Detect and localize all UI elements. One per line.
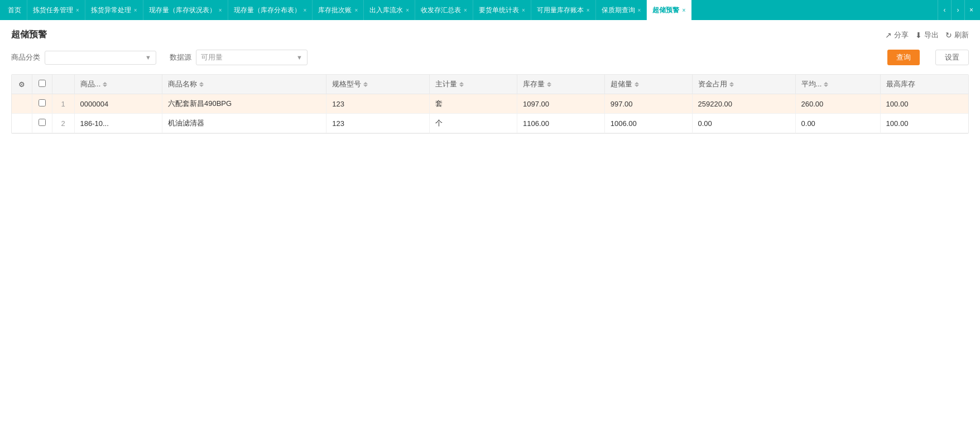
row-avg: 260.00 — [795, 94, 880, 114]
close-icon[interactable]: × — [304, 7, 307, 13]
share-icon: ↗ — [885, 31, 892, 40]
row-overstock: 997.00 — [604, 94, 692, 114]
share-button[interactable]: ↗ 分享 — [885, 30, 909, 40]
close-icon[interactable]: × — [406, 7, 409, 13]
nav-arrows: ‹ › × — [938, 0, 978, 20]
nav-tab-inout-flow[interactable]: 出入库流水 × — [364, 0, 415, 20]
nav-tab-order-stats[interactable]: 要货单统计表 × — [473, 0, 531, 20]
settings-button[interactable]: 设置 — [935, 50, 969, 65]
row-capital: 0.00 — [692, 114, 795, 133]
datasource-label: 数据源 — [170, 52, 191, 62]
data-table: ⚙ 商品... — [12, 75, 968, 133]
row-spec: 123 — [326, 94, 430, 114]
close-icon[interactable]: × — [682, 7, 685, 13]
row-checkbox-cell[interactable] — [32, 94, 52, 114]
export-icon: ⬇ — [915, 31, 922, 40]
row-checkbox[interactable] — [39, 119, 46, 126]
datasource-select-value: 可用量 — [201, 52, 223, 62]
row-stock: 1097.00 — [517, 94, 605, 114]
row-overstock: 1006.00 — [604, 114, 692, 133]
nav-tab-home[interactable]: 首页 — [2, 0, 27, 20]
column-header-capital[interactable]: 资金占用 — [692, 75, 795, 94]
nav-tab-batch[interactable]: 库存批次账 × — [313, 0, 364, 20]
row-gear-cell — [12, 94, 32, 114]
chevron-down-icon: ▼ — [296, 54, 302, 61]
column-header-product-code[interactable]: 商品... — [74, 75, 162, 94]
row-gear-cell — [12, 114, 32, 133]
row-checkbox[interactable] — [39, 99, 46, 106]
close-icon[interactable]: × — [76, 7, 79, 13]
row-spec: 123 — [326, 114, 430, 133]
close-icon[interactable]: × — [134, 7, 137, 13]
sort-icon — [363, 82, 368, 87]
filter-buttons: 查询 — [887, 50, 920, 65]
nav-close-button[interactable]: × — [964, 0, 978, 20]
nav-tab-abnormal[interactable]: 拣货异常处理 × — [85, 0, 143, 20]
close-icon[interactable]: × — [219, 7, 222, 13]
column-header-product-name[interactable]: 商品名称 — [162, 75, 326, 94]
gear-icon: ⚙ — [18, 80, 25, 89]
filter-group-category: 商品分类 ▼ — [11, 51, 156, 65]
column-header-spec[interactable]: 规格型号 — [326, 75, 430, 94]
row-max-stock: 100.00 — [880, 114, 968, 133]
nav-tab-inventory-dist[interactable]: 现存量（库存分布表） × — [228, 0, 313, 20]
column-header-checkbox[interactable] — [32, 75, 52, 94]
table-container: ⚙ 商品... — [11, 74, 969, 134]
table-header-row: ⚙ 商品... — [12, 75, 968, 94]
close-icon[interactable]: × — [522, 7, 525, 13]
refresh-icon: ↻ — [945, 31, 952, 40]
row-unit: 套 — [430, 94, 517, 114]
filter-group-datasource: 数据源 可用量 ▼ — [170, 50, 308, 65]
nav-arrow-right-button[interactable]: › — [951, 0, 964, 20]
nav-tab-available-account[interactable]: 可用量库存账本 × — [531, 0, 596, 20]
row-num: 1 — [52, 94, 74, 114]
query-button[interactable]: 查询 — [887, 50, 920, 65]
category-select[interactable]: ▼ — [45, 51, 156, 65]
nav-tab-inventory-status[interactable]: 现存量（库存状况表） × — [143, 0, 228, 20]
page-content: 超储预警 ↗ 分享 ⬇ 导出 ↻ 刷新 商品分类 ▼ 数据源 — [0, 20, 980, 446]
export-button[interactable]: ⬇ 导出 — [915, 30, 939, 40]
row-checkbox-cell[interactable] — [32, 114, 52, 133]
row-max-stock: 100.00 — [880, 94, 968, 114]
refresh-button[interactable]: ↻ 刷新 — [945, 30, 969, 40]
nav-tab-collect[interactable]: 收发存汇总表 × — [415, 0, 473, 20]
table-body: 1 0000004 六配套新昌490BPG 123 套 1097.00 997.… — [12, 94, 968, 133]
select-all-checkbox[interactable] — [39, 80, 46, 87]
close-icon[interactable]: × — [587, 7, 590, 13]
column-header-gear[interactable]: ⚙ — [12, 75, 32, 94]
close-icon[interactable]: × — [638, 7, 641, 13]
close-icon[interactable]: × — [354, 7, 358, 13]
header-actions: ↗ 分享 ⬇ 导出 ↻ 刷新 — [885, 30, 969, 40]
column-header-num — [52, 75, 74, 94]
column-header-stock[interactable]: 库存量 — [517, 75, 605, 94]
top-nav: 首页 拣货任务管理 × 拣货异常处理 × 现存量（库存状况表） × 现存量（库存… — [0, 0, 980, 20]
nav-arrow-left-button[interactable]: ‹ — [938, 0, 951, 20]
table-row: 2 186-10... 机油滤清器 123 个 1106.00 1006.00 … — [12, 114, 968, 133]
row-stock: 1106.00 — [517, 114, 605, 133]
column-header-unit[interactable]: 主计量 — [430, 75, 517, 94]
sort-icon — [199, 82, 204, 87]
filter-area: 商品分类 ▼ 数据源 可用量 ▼ 查询 设置 — [11, 50, 969, 65]
sort-icon — [103, 82, 107, 87]
row-product-code: 0000004 — [74, 94, 162, 114]
column-header-overstock[interactable]: 超储量 — [604, 75, 692, 94]
row-product-name: 机油滤清器 — [162, 114, 326, 133]
row-product-name: 六配套新昌490BPG — [162, 94, 326, 114]
sort-icon — [824, 82, 828, 87]
category-select-text — [50, 54, 52, 62]
row-unit: 个 — [430, 114, 517, 133]
nav-tab-quality-check[interactable]: 保质期查询 × — [596, 0, 647, 20]
sort-icon — [459, 82, 464, 87]
datasource-select[interactable]: 可用量 ▼ — [196, 50, 308, 65]
column-header-avg[interactable]: 平均... — [795, 75, 880, 94]
sort-icon — [635, 82, 639, 87]
sort-icon — [729, 82, 734, 87]
category-label: 商品分类 — [11, 52, 40, 62]
close-icon[interactable]: × — [464, 7, 467, 13]
row-capital: 259220.00 — [692, 94, 795, 114]
nav-tab-task-mgmt[interactable]: 拣货任务管理 × — [27, 0, 85, 20]
chevron-down-icon: ▼ — [145, 54, 151, 61]
nav-tab-overstock[interactable]: 超储预警 × — [647, 0, 691, 20]
row-avg: 0.00 — [795, 114, 880, 133]
row-product-code: 186-10... — [74, 114, 162, 133]
